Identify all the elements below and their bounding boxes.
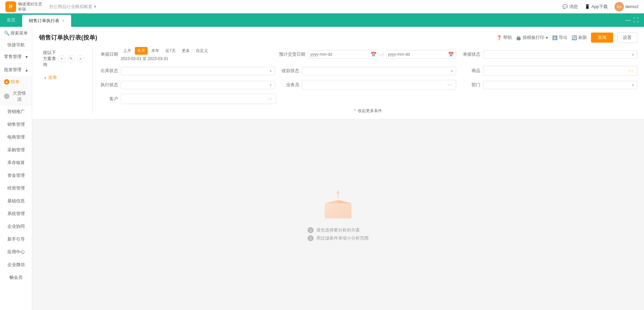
page-title: 销售订单执行表(按单) [39, 34, 97, 42]
left-panel-icons: + ✎ « [58, 55, 84, 62]
filter-field-salesman: 业务员 ··· [279, 80, 456, 90]
forecast-date-start[interactable] [308, 50, 369, 58]
customer-dots-button[interactable]: ··· [266, 96, 273, 102]
username: demo2 [625, 4, 639, 9]
main-layout: 🔍 搜索菜单 快捷导航 零售管理 ▾ 批发管理 ▴ ● 按单 [0, 27, 644, 310]
sidebar-quick-nav[interactable]: 快捷导航 [0, 40, 32, 50]
left-panel-title: 按以下方案查询 [43, 50, 58, 68]
dept-select[interactable]: ∨ [483, 81, 637, 89]
receiptstatus-select[interactable]: ∨ [302, 67, 456, 75]
period-year-btn[interactable]: 本年 [149, 47, 162, 55]
print-arrow-icon: ▾ [546, 35, 548, 40]
goods-input-wrap: ··· [483, 66, 637, 76]
sidebar-item-purchase[interactable]: 采购管理 [0, 144, 32, 156]
outstatus-select[interactable]: ∨ [121, 67, 275, 75]
minimize-button[interactable]: — [625, 17, 631, 23]
sidebar-ecommerce-label: 电商管理 [7, 134, 25, 140]
dept-arrow-icon: ∨ [632, 83, 634, 87]
topbar-right: 💬 消息 📱 App下载 Ea demo2 [562, 2, 639, 11]
sidebar-item-cooperation[interactable]: 企业协同 [0, 220, 32, 233]
sidebar-member-label: 畅会员 [9, 274, 22, 280]
sidebar-item-appcenter[interactable]: 应用中心 [0, 246, 32, 258]
export-button[interactable]: ⬇️ 导出 [552, 35, 568, 41]
sidebar-item-wechat[interactable]: 企业微信 [0, 258, 32, 271]
retail-arrow-icon: ▾ [25, 54, 28, 59]
filter-fields: 单据日期 上月 本月 本年 近7天 更多 自定义 20 [98, 47, 637, 114]
breadcrumb-arrow-icon: ▾ [94, 4, 96, 9]
forecast-date-end[interactable] [386, 50, 446, 58]
date-range-display: 2023-03-01 至 2023-03-31 [121, 56, 275, 62]
settings-button[interactable]: 设置 [617, 32, 637, 43]
logo-line1: 畅捷通好生意 [18, 2, 42, 6]
hint-1-num: 1 [308, 227, 314, 233]
help-button[interactable]: ❓ 帮助 [496, 35, 512, 41]
sidebar-search[interactable]: 🔍 搜索菜单 [0, 27, 32, 40]
sidebar-item-newbie[interactable]: 新手引导 [0, 233, 32, 246]
tab-close-icon[interactable]: × [62, 18, 64, 23]
sidebar-wechat-label: 企业微信 [7, 262, 25, 268]
sidebar-sub-item-shortage[interactable]: ○ 欠货情况 [0, 88, 32, 105]
period-prev-btn[interactable]: 上月 [121, 47, 133, 55]
execstatus-select[interactable]: ∨ [121, 81, 275, 89]
sidebar-item-member[interactable]: 畅会员 [0, 271, 32, 284]
app-download-button[interactable]: 📱 App下载 [585, 4, 608, 10]
export-icon: ⬇️ [552, 35, 557, 40]
sidebar-system-label: 系统管理 [7, 211, 25, 217]
edit-scheme-button[interactable]: ✎ [67, 55, 75, 62]
sidebar-item-sales[interactable]: 销售管理 [0, 118, 32, 131]
date-dash: — [380, 52, 384, 57]
goods-label: 商品 [460, 68, 480, 74]
period-current-btn[interactable]: 本月 [135, 47, 148, 55]
filter-actions: ❓ 帮助 🖨️ 按模板打印 ▾ ⬇️ 导出 🔄 刷新 [496, 32, 637, 43]
status-select[interactable]: ∨ [483, 50, 637, 59]
period-more-btn[interactable]: 更多 [179, 47, 192, 55]
collapse-label: 收起更多条件 [358, 108, 382, 114]
tab-home[interactable]: 首页 [0, 13, 22, 27]
export-label: 导出 [559, 35, 568, 41]
refresh-button[interactable]: 🔄 刷新 [572, 35, 587, 41]
filter-field-forecast: 预计交货日期 📅 — 📅 [279, 50, 456, 59]
filter-row-2: 出库状态 ∨ 收款状态 ∨ [98, 66, 637, 76]
tab-sales-exec[interactable]: 销售订单执行表 × [22, 15, 71, 27]
execstatus-label: 执行状态 [98, 82, 118, 88]
sidebar-item-marketing[interactable]: 营销推广 [0, 105, 32, 118]
salesman-dots-button[interactable]: ··· [446, 82, 453, 88]
print-icon: 🖨️ [516, 35, 521, 40]
sidebar-purchase-label: 采购管理 [7, 147, 25, 153]
sidebar-item-operations[interactable]: 经营管理 [0, 182, 32, 195]
period-custom-btn[interactable]: 自定义 [194, 47, 210, 55]
maximize-button[interactable]: ⛶ [633, 17, 639, 23]
tab-sales-exec-label: 销售订单执行表 [29, 18, 59, 24]
forecast-date-end-wrap: 📅 [386, 50, 457, 59]
empty-hint-1: 1 请先选择要分析的方案 [308, 227, 369, 233]
left-panel-header: 按以下方案查询 + ✎ « [39, 47, 88, 70]
sidebar-item-basic[interactable]: 基础信息 [0, 195, 32, 207]
outstatus-arrow-icon: ∨ [269, 69, 272, 73]
sidebar-item-retail[interactable]: 零售管理 ▾ [0, 50, 32, 63]
sidebar-item-inventory[interactable]: 库存核算 [0, 156, 32, 169]
user-area[interactable]: Ea demo2 [614, 2, 639, 11]
scheme-item-bydan[interactable]: ● 按单 [39, 72, 88, 83]
breadcrumb[interactable]: 办公用品行业模拟账套 ▾ [49, 4, 96, 10]
status-label: 单据状态 [460, 51, 480, 57]
add-scheme-button[interactable]: + [58, 55, 65, 62]
sidebar-item-finance[interactable]: 资金管理 [0, 169, 32, 182]
dept-label: 部门 [460, 82, 480, 88]
help-label: 帮助 [503, 35, 512, 41]
search-button[interactable]: 查询 [591, 33, 613, 43]
collapse-button[interactable]: ⌃ 收起更多条件 [353, 108, 382, 114]
period-buttons: 上月 本月 本年 近7天 更多 自定义 [121, 47, 275, 55]
sidebar-wholesale-label: 批发管理 [4, 67, 21, 73]
sidebar-item-system[interactable]: 系统管理 [0, 207, 32, 220]
refresh-icon: 🔄 [572, 35, 577, 40]
period-7days-btn[interactable]: 近7天 [163, 47, 178, 55]
print-button[interactable]: 🖨️ 按模板打印 ▾ [516, 35, 548, 41]
message-button[interactable]: 💬 消息 [562, 4, 578, 10]
sidebar-item-ecommerce[interactable]: 电商管理 [0, 131, 32, 144]
sidebar-item-wholesale[interactable]: 批发管理 ▴ [0, 63, 32, 76]
empty-hint-2: 2 用过滤条件来缩小分析范围 [308, 235, 369, 241]
receiptstatus-arrow-icon: ∨ [450, 69, 453, 73]
goods-dots-button[interactable]: ··· [627, 68, 634, 74]
sidebar-sub-item-bydan[interactable]: ● 按单 [0, 76, 32, 88]
collapse-scheme-button[interactable]: « [77, 55, 84, 62]
